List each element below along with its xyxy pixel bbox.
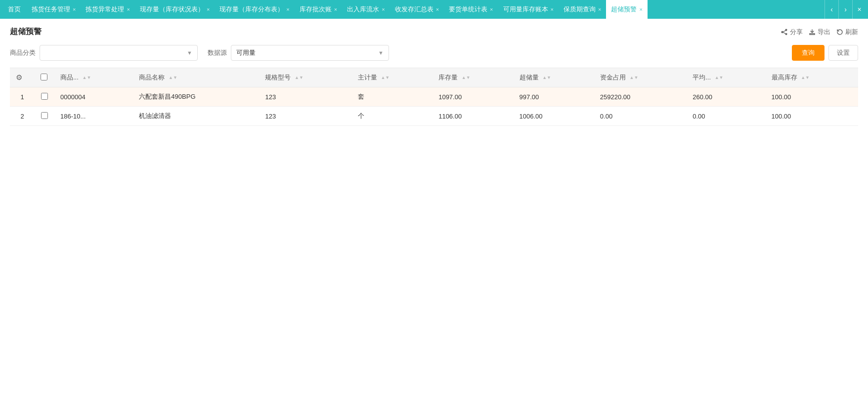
- row-1-spec: 123: [259, 87, 351, 107]
- page-content: 超储预警 分享 导出 刷新: [0, 19, 868, 395]
- category-select[interactable]: ▼: [40, 45, 198, 61]
- close-tab-9[interactable]: ×: [551, 6, 554, 12]
- category-chevron-icon: ▼: [187, 50, 192, 56]
- table-row: 2 186-10... 机油滤清器 123 个 1106.00 1006.00 …: [10, 107, 858, 126]
- close-tab-1[interactable]: ×: [73, 6, 76, 12]
- close-tab-4[interactable]: ×: [286, 6, 289, 12]
- datasource-select-value: 可用量: [236, 48, 256, 57]
- row-1-capital: 259220.00: [594, 87, 687, 107]
- col-header-checkbox[interactable]: [35, 68, 54, 87]
- datasource-label: 数据源: [208, 48, 227, 57]
- top-nav: 首页 拣货任务管理 × 拣货异常处理 × 现存量（库存状况表） × 现存量（库存…: [0, 0, 868, 19]
- nav-tab-6[interactable]: 出入库流水 ×: [342, 0, 390, 19]
- row-2-capital: 0.00: [594, 107, 687, 126]
- row-1-unit: 套: [352, 87, 433, 107]
- close-tab-5[interactable]: ×: [334, 6, 337, 12]
- row-1-max-stock: 100.00: [766, 87, 858, 107]
- query-button[interactable]: 查询: [792, 45, 825, 61]
- refresh-button[interactable]: 刷新: [836, 28, 858, 37]
- page-header: 超储预警 分享 导出 刷新: [10, 27, 858, 37]
- datasource-select[interactable]: 可用量 ▼: [231, 45, 389, 61]
- col-header-capital[interactable]: 资金占用 ▲▼: [594, 68, 687, 87]
- table-header: ⚙ 商品... ▲▼ 商品名称 ▲▼ 规格型号 ▲▼ 主计: [10, 68, 858, 87]
- nav-arrows: ‹ › ×: [825, 0, 866, 19]
- refresh-icon: [836, 29, 843, 36]
- row-2-max-stock: 100.00: [766, 107, 858, 126]
- row-2-spec: 123: [259, 107, 351, 126]
- share-button[interactable]: 分享: [781, 28, 803, 37]
- category-filter: 商品分类 ▼: [10, 45, 198, 61]
- close-tab-2[interactable]: ×: [127, 6, 130, 12]
- col-header-stock[interactable]: 库存量 ▲▼: [433, 68, 513, 87]
- nav-prev-arrow[interactable]: ‹: [825, 0, 838, 19]
- row-1-checkbox-cell: [35, 87, 54, 107]
- nav-tab-8[interactable]: 要货单统计表 ×: [444, 0, 498, 19]
- col-header-max-stock[interactable]: 最高库存 ▲▼: [766, 68, 858, 87]
- nav-next-arrow[interactable]: ›: [838, 0, 852, 19]
- settings-icon[interactable]: ⚙: [16, 73, 22, 81]
- sort-icon-unit: ▲▼: [381, 76, 390, 80]
- close-tab-3[interactable]: ×: [207, 6, 210, 12]
- table-body: 1 0000004 六配套新昌490BPG 123 套 1097.00 997.…: [10, 87, 858, 126]
- nav-tab-3[interactable]: 现存量（库存状况表） ×: [135, 0, 215, 19]
- row-2-unit: 个: [352, 107, 433, 126]
- sort-icon-spec: ▲▼: [295, 76, 304, 80]
- row-1-product-code: 0000004: [54, 87, 133, 107]
- row-2-checkbox-cell: [35, 107, 54, 126]
- header-actions: 分享 导出 刷新: [781, 28, 858, 37]
- row-2-product-code: 186-10...: [54, 107, 133, 126]
- row-1-index: 1: [10, 87, 35, 107]
- setting-button[interactable]: 设置: [828, 45, 858, 61]
- nav-tab-2[interactable]: 拣货异常处理 ×: [81, 0, 134, 19]
- nav-close-arrow[interactable]: ×: [852, 0, 866, 19]
- nav-tab-11[interactable]: 超储预警 ×: [606, 0, 647, 19]
- nav-tab-4[interactable]: 现存量（库存分布表） ×: [215, 0, 294, 19]
- share-icon: [781, 29, 788, 36]
- nav-tab-9[interactable]: 可用量库存账本 ×: [498, 0, 559, 19]
- row-1-checkbox[interactable]: [41, 93, 48, 100]
- datasource-filter: 数据源 可用量 ▼: [208, 45, 389, 61]
- row-1-stock: 1097.00: [433, 87, 513, 107]
- close-tab-7[interactable]: ×: [436, 6, 439, 12]
- col-header-settings[interactable]: ⚙: [10, 68, 35, 87]
- select-all-checkbox[interactable]: [41, 74, 47, 80]
- sort-icon-stock: ▲▼: [462, 76, 471, 80]
- close-tab-8[interactable]: ×: [490, 6, 493, 12]
- nav-tab-5[interactable]: 库存批次账 ×: [295, 0, 342, 19]
- row-2-stock: 1106.00: [433, 107, 513, 126]
- nav-tab-10[interactable]: 保质期查询 ×: [559, 0, 606, 19]
- row-2-avg: 0.00: [687, 107, 765, 126]
- filter-row: 商品分类 ▼ 数据源 可用量 ▼ 查询 设置: [10, 45, 858, 61]
- row-2-index: 2: [10, 107, 35, 126]
- sort-icon-product-code: ▲▼: [82, 76, 91, 80]
- col-header-unit[interactable]: 主计量 ▲▼: [352, 68, 433, 87]
- col-header-avg[interactable]: 平均... ▲▼: [687, 68, 765, 87]
- close-tab-6[interactable]: ×: [382, 6, 385, 12]
- row-1-overstock: 997.00: [514, 87, 594, 107]
- sort-icon-avg: ▲▼: [715, 76, 724, 80]
- row-1-avg: 260.00: [687, 87, 765, 107]
- close-tab-10[interactable]: ×: [598, 6, 601, 12]
- nav-home[interactable]: 首页: [2, 5, 27, 14]
- sort-icon-max-stock: ▲▼: [801, 76, 810, 80]
- nav-tab-1[interactable]: 拣货任务管理 ×: [27, 0, 81, 19]
- page-title: 超储预警: [10, 27, 42, 37]
- col-header-overstock[interactable]: 超储量 ▲▼: [514, 68, 594, 87]
- col-header-spec[interactable]: 规格型号 ▲▼: [259, 68, 351, 87]
- table-row: 1 0000004 六配套新昌490BPG 123 套 1097.00 997.…: [10, 87, 858, 107]
- col-header-product-code[interactable]: 商品... ▲▼: [54, 68, 133, 87]
- row-2-overstock: 1006.00: [514, 107, 594, 126]
- datasource-chevron-icon: ▼: [378, 50, 384, 56]
- filter-buttons: 查询 设置: [792, 45, 858, 61]
- sort-icon-product-name: ▲▼: [169, 76, 177, 80]
- export-icon: [809, 29, 816, 36]
- close-tab-11[interactable]: ×: [639, 6, 642, 12]
- export-button[interactable]: 导出: [809, 28, 830, 37]
- sort-icon-capital: ▲▼: [629, 76, 638, 80]
- row-1-product-name: 六配套新昌490BPG: [133, 87, 259, 107]
- row-2-checkbox[interactable]: [41, 112, 48, 119]
- col-header-product-name[interactable]: 商品名称 ▲▼: [133, 68, 259, 87]
- row-2-product-name: 机油滤清器: [133, 107, 259, 126]
- category-label: 商品分类: [10, 48, 36, 57]
- nav-tab-7[interactable]: 收发存汇总表 ×: [390, 0, 444, 19]
